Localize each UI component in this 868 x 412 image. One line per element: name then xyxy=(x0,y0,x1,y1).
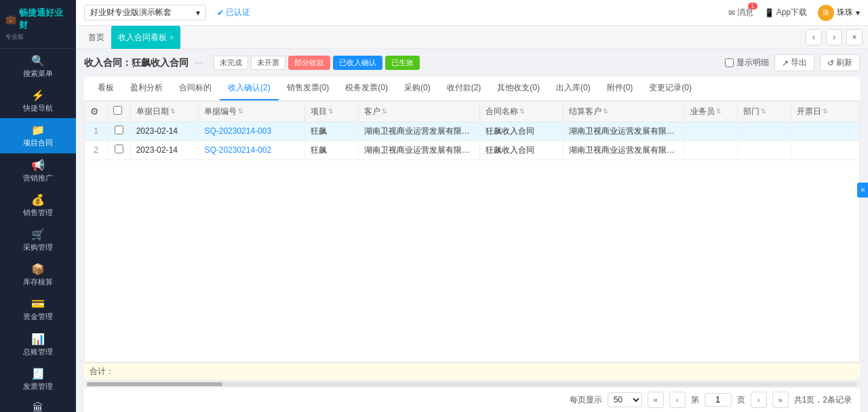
subtabs: 看板盈利分析合同标的收入确认(2)销售发票(0)税务发票(0)采购(0)收付款(… xyxy=(84,77,860,101)
sidebar-item-9[interactable]: 🧾 发票管理 xyxy=(0,362,76,396)
subtab-6[interactable]: 采购(0) xyxy=(396,77,439,100)
row-checkbox-1[interactable] xyxy=(115,145,123,153)
th-project[interactable]: 项目⇅ xyxy=(305,102,358,122)
cell-1-customer: 湖南卫视商业运营发展有限公司 xyxy=(358,141,479,160)
cell-1-salesman xyxy=(684,141,737,160)
refresh-button[interactable]: ↺ 刷新 xyxy=(820,54,860,71)
sidebar-item-6[interactable]: 📦 库存核算 xyxy=(0,257,76,292)
sidebar-nav-container: 🔍 搜索菜单 ⚡ 快捷导航 📁 项目合同 📢 营销推广 💰 销售管理 🛒 采购管… xyxy=(0,49,76,412)
status-btn-4[interactable]: 已生效 xyxy=(385,56,420,70)
th-salesman[interactable]: 业务员⇅ xyxy=(684,102,737,122)
sidebar-label-8: 总账管理 xyxy=(23,348,53,356)
subtab-8[interactable]: 其他收支(0) xyxy=(489,77,548,100)
sidebar-label-1: 快捷导航 xyxy=(23,104,53,113)
horizontal-scrollbar[interactable] xyxy=(84,380,860,387)
sidebar-label-6: 库存核算 xyxy=(23,278,53,286)
cell-1-contract: 狂飙收入合同 xyxy=(479,141,563,160)
first-page-button[interactable]: « xyxy=(648,392,664,408)
cell-0-salesman xyxy=(684,121,737,141)
per-page-select[interactable]: 102050100 xyxy=(608,392,642,407)
content-area: 收入合同：狂飙收入合同 ··· 未完成未开票部分收款已收入确认已生效 显示明细 … xyxy=(76,49,868,412)
prev-page-button[interactable]: ‹ xyxy=(669,392,686,408)
sidebar-item-7[interactable]: 💳 资金管理 xyxy=(0,292,76,326)
message-button[interactable]: ✉ 1 消息 xyxy=(728,7,753,18)
subtab-11[interactable]: 变更记录(0) xyxy=(641,77,700,100)
sidebar-label-7: 资金管理 xyxy=(23,312,53,321)
sidebar-item-5[interactable]: 🛒 采购管理 xyxy=(0,223,76,257)
active-tab[interactable]: 收入合同看板 × xyxy=(111,26,180,49)
subtab-4[interactable]: 销售发票(0) xyxy=(279,77,338,100)
cell-0-customer: 湖南卫视商业运营发展有限公司 xyxy=(358,121,479,141)
order-link-1[interactable]: SQ-20230214-002 xyxy=(204,145,271,155)
cell-1-result_customer: 湖南卫视商业运营发展有限公司 xyxy=(563,141,684,160)
select-all-checkbox[interactable] xyxy=(113,106,122,115)
sidebar-icon-7: 💳 xyxy=(31,297,45,310)
page-input[interactable] xyxy=(705,393,732,407)
th-ordernum[interactable]: 单据编号⇅ xyxy=(199,102,305,122)
sidebar-item-2[interactable]: 📁 项目合同 xyxy=(0,118,76,153)
tab-next-button[interactable]: › xyxy=(826,29,842,45)
th-opendate[interactable]: 开票日⇅ xyxy=(791,102,859,122)
order-link-0[interactable]: SQ-20230214-003 xyxy=(204,126,271,136)
subtab-3[interactable]: 收入确认(2) xyxy=(220,77,279,100)
cell-0-1[interactable] xyxy=(108,121,131,141)
show-detail-checkbox[interactable]: 显示明细 xyxy=(725,57,769,69)
status-btn-2[interactable]: 部分收款 xyxy=(288,56,330,70)
th-result_customer[interactable]: 结算客户⇅ xyxy=(563,102,684,122)
table-footer: 合计： xyxy=(84,362,860,380)
right-panel-toggle[interactable]: ≡ xyxy=(857,183,860,198)
th-contract[interactable]: 合同名称⇅ xyxy=(479,102,563,122)
table-row[interactable]: 22023-02-14SQ-20230214-002狂飙湖南卫视商业运营发展有限… xyxy=(85,141,859,160)
sidebar-item-1[interactable]: ⚡ 快捷导航 xyxy=(0,83,76,118)
status-btn-1[interactable]: 未开票 xyxy=(251,56,285,70)
company-selector[interactable]: 好业财专业版演示帐套 ▾ xyxy=(84,5,206,20)
refresh-icon: ↺ xyxy=(827,58,834,68)
sidebar-item-8[interactable]: 📊 总账管理 xyxy=(0,327,76,362)
page-header: 收入合同：狂飙收入合同 ··· 未完成未开票部分收款已收入确认已生效 显示明细 … xyxy=(84,54,860,71)
subtab-0[interactable]: 看板 xyxy=(90,77,122,100)
sidebar-item-10[interactable]: 🏛 税务管理 xyxy=(0,396,76,412)
subtab-10[interactable]: 附件(0) xyxy=(599,77,642,100)
row-num: 1 xyxy=(90,126,102,136)
sidebar-item-4[interactable]: 💰 销售管理 xyxy=(0,188,76,223)
last-page-button[interactable]: » xyxy=(772,392,789,408)
sidebar-icon-5: 🛒 xyxy=(31,228,45,241)
cell-0-ordernum[interactable]: SQ-20230214-003 xyxy=(199,121,305,141)
tab-close-button[interactable]: × xyxy=(170,26,174,49)
cell-1-1[interactable] xyxy=(108,141,131,160)
home-tab[interactable]: 首页 xyxy=(81,26,111,49)
more-options-button[interactable]: ··· xyxy=(194,57,203,69)
status-btn-3[interactable]: 已收入确认 xyxy=(333,56,382,70)
next-page-button[interactable]: › xyxy=(751,392,767,408)
th-dept[interactable]: 部门⇅ xyxy=(738,102,791,122)
table-settings-button[interactable]: ⚙ xyxy=(90,106,99,117)
th-customer[interactable]: 客户⇅ xyxy=(358,102,479,122)
app-download-button[interactable]: 📱 App下载 xyxy=(764,7,807,18)
subtab-2[interactable]: 合同标的 xyxy=(171,77,220,100)
tabbar-right: ‹ › × xyxy=(806,29,863,45)
page-title: 收入合同：狂飙收入合同 xyxy=(84,57,189,69)
scrollbar-thumb[interactable] xyxy=(87,382,222,386)
status-buttons: 未完成未开票部分收款已收入确认已生效 xyxy=(214,56,420,70)
subtab-7[interactable]: 收付款(2) xyxy=(439,77,490,100)
th-date[interactable]: 单据日期⇅ xyxy=(130,102,199,122)
subtab-1[interactable]: 盈利分析 xyxy=(122,77,171,100)
tab-prev-button[interactable]: ‹ xyxy=(806,29,822,45)
th-gear[interactable]: ⚙ xyxy=(85,102,108,122)
sidebar-item-3[interactable]: 📢 营销推广 xyxy=(0,153,76,188)
company-name: 好业财专业版演示帐套 xyxy=(90,7,172,18)
table-row[interactable]: 12023-02-14SQ-20230214-003狂飙湖南卫视商业运营发展有限… xyxy=(85,121,859,141)
sidebar-item-0[interactable]: 🔍 搜索菜单 xyxy=(0,49,76,83)
tab-close-all-button[interactable]: × xyxy=(846,29,863,45)
status-btn-0[interactable]: 未完成 xyxy=(214,56,248,70)
sidebar-label-9: 发票管理 xyxy=(23,382,53,391)
verified-badge: ✔ 已认证 xyxy=(217,7,250,18)
subtab-9[interactable]: 出入库(0) xyxy=(548,77,599,100)
cell-1-ordernum[interactable]: SQ-20230214-002 xyxy=(199,141,305,160)
subtab-5[interactable]: 税务发票(0) xyxy=(337,77,396,100)
user-menu[interactable]: 珠 珠珠 ▾ xyxy=(818,5,860,21)
row-checkbox-0[interactable] xyxy=(115,126,123,134)
export-button[interactable]: ↗ 导出 xyxy=(774,54,814,71)
sidebar-icon-2: 📁 xyxy=(31,124,45,136)
cell-0-project: 狂飙 xyxy=(305,121,358,141)
